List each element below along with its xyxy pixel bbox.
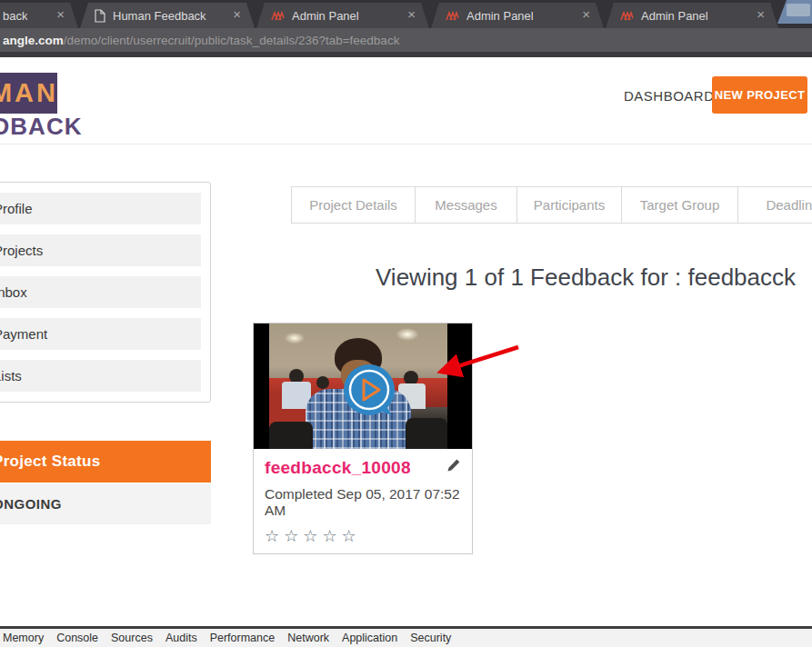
star-icon[interactable]: ☆ xyxy=(322,526,341,545)
star-icon[interactable]: ☆ xyxy=(342,526,361,545)
new-project-button[interactable]: NEW PROJECT xyxy=(712,76,807,114)
logo-image-top[interactable]: HUMAN xyxy=(0,73,57,114)
devtools-tab-bar: Memory Console Sources Audits Performanc… xyxy=(0,626,812,647)
browser-tab-human-feedback[interactable]: Human Feedback × xyxy=(80,3,255,28)
feedback-status-text: Completed Sep 05, 2017 07:52 AM xyxy=(265,486,461,519)
dashboard-link[interactable]: DASHBOARD xyxy=(624,88,715,104)
admin-panel-icon xyxy=(271,11,285,21)
devtools-tab-memory[interactable]: Memory xyxy=(3,632,44,644)
devtools-tab-application[interactable]: Application xyxy=(342,632,397,644)
tab-title: Human Feedback xyxy=(113,9,206,23)
tab-participants[interactable]: Participants xyxy=(516,186,622,224)
sidebar-item-profile[interactable]: Profile xyxy=(0,193,201,224)
tab-deadline[interactable]: Deadline xyxy=(737,186,812,224)
sidebar-item-lists[interactable]: Lists xyxy=(0,360,201,392)
browser-tab-strip: back × Human Feedback × Admin Panel × Ad… xyxy=(0,0,812,28)
close-icon[interactable]: × xyxy=(757,7,765,22)
star-icon[interactable]: ☆ xyxy=(265,526,284,545)
play-icon xyxy=(343,363,397,420)
rating-stars: ☆☆☆☆☆ xyxy=(265,526,461,545)
logo-image-bottom[interactable]: FEEDBACK xyxy=(0,113,82,141)
project-tab-bar: Project Details Messages Participants Ta… xyxy=(291,186,812,224)
browser-tab-admin-1[interactable]: Admin Panel × xyxy=(256,3,429,28)
star-icon[interactable]: ☆ xyxy=(284,526,303,545)
devtools-tab-performance[interactable]: Performance xyxy=(210,632,276,644)
edit-pencil-icon[interactable] xyxy=(446,458,461,476)
feedback-title-link[interactable]: feedbacck_10008 xyxy=(265,458,411,478)
browser-window: back × Human Feedback × Admin Panel × Ad… xyxy=(0,0,812,647)
tab-title: Admin Panel xyxy=(466,9,534,23)
devtools-tab-security[interactable]: Security xyxy=(410,632,451,644)
devtools-tab-console[interactable]: Console xyxy=(56,632,98,644)
close-icon[interactable]: × xyxy=(233,7,241,22)
tab-messages[interactable]: Messages xyxy=(415,186,517,224)
close-icon[interactable]: × xyxy=(582,7,590,22)
tab-title: Admin Panel xyxy=(641,9,708,23)
play-button[interactable] xyxy=(343,363,397,420)
project-status-header: Project Status xyxy=(0,441,211,483)
tab-project-details[interactable]: Project Details xyxy=(291,186,416,224)
new-tab-button[interactable] xyxy=(787,4,810,16)
devtools-tab-sources[interactable]: Sources xyxy=(111,632,153,644)
sidebar-menu: Profile Projects Inbox Payment Lists xyxy=(0,182,211,403)
video-thumbnail[interactable] xyxy=(254,324,472,449)
devtools-tab-audits[interactable]: Audits xyxy=(165,632,197,644)
tab-title: Admin Panel xyxy=(292,9,359,23)
close-icon[interactable]: × xyxy=(407,7,416,22)
header-divider xyxy=(0,144,812,144)
address-bar[interactable]: angle.com/demo/client/userrecruit/public… xyxy=(0,28,812,52)
feedback-card-info: feedbacck_10008 Completed Sep 05, 2017 0… xyxy=(254,449,472,553)
sidebar-item-inbox[interactable]: Inbox xyxy=(0,276,201,308)
project-status-ongoing[interactable]: ONGOING xyxy=(0,483,211,524)
photo-foreground-chair xyxy=(406,418,447,449)
star-icon[interactable]: ☆ xyxy=(303,526,322,545)
devtools-tab-network[interactable]: Network xyxy=(287,632,329,644)
sidebar-item-payment[interactable]: Payment xyxy=(0,318,201,350)
browser-tab-admin-2[interactable]: Admin Panel × xyxy=(431,3,604,28)
url-domain: angle.com xyxy=(3,34,64,47)
tab-title: back xyxy=(3,9,27,23)
admin-panel-icon xyxy=(446,11,459,21)
close-icon[interactable]: × xyxy=(56,7,65,22)
document-icon xyxy=(95,9,105,23)
photo-foreground-chair xyxy=(269,422,313,449)
tab-target-group[interactable]: Target Group xyxy=(621,186,738,224)
url-path: /demo/client/userrecruit/public/task_det… xyxy=(64,34,400,47)
feedback-card: feedbacck_10008 Completed Sep 05, 2017 0… xyxy=(253,323,473,554)
sidebar-item-projects[interactable]: Projects xyxy=(0,234,201,266)
photo-person-silhouette xyxy=(316,376,329,389)
chrome-divider xyxy=(0,52,812,57)
window-frame-corner xyxy=(777,0,812,24)
browser-tab-admin-3[interactable]: Admin Panel × xyxy=(606,3,778,28)
browser-tab-0[interactable]: back × xyxy=(0,3,78,28)
page-title: Viewing 1 of 1 Feedback for : feedbacck xyxy=(376,264,796,292)
admin-panel-icon xyxy=(620,11,634,21)
